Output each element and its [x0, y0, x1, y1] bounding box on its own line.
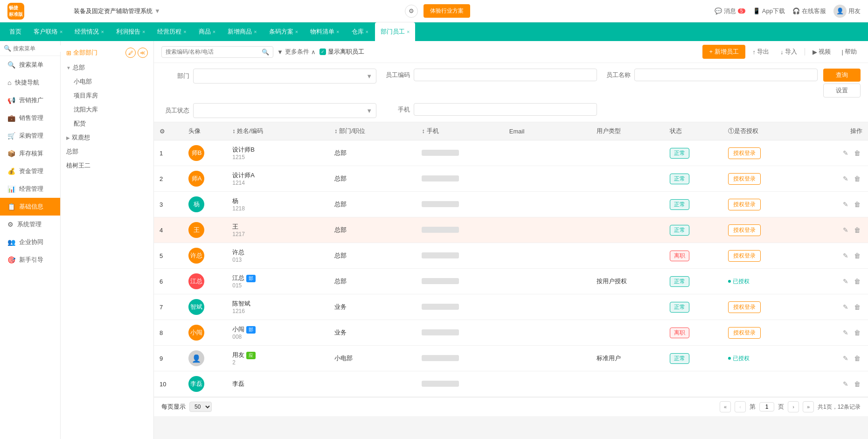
sidebar-item-系统管理[interactable]: ⚙系统管理 — [0, 216, 60, 233]
next-page-button[interactable]: › — [788, 401, 799, 412]
add-employee-button[interactable]: + 新增员工 — [702, 45, 745, 59]
help-button[interactable]: | 帮助 — [838, 46, 861, 58]
edit-button[interactable]: ✎ — [841, 277, 850, 286]
nav-tab-商品[interactable]: 商品× — [193, 22, 221, 41]
delete-button[interactable]: 🗑 — [852, 302, 862, 312]
gear-button[interactable]: ⚙ — [405, 5, 418, 18]
first-page-button[interactable]: « — [720, 401, 731, 412]
close-tab-icon[interactable]: × — [183, 29, 186, 35]
col-dept[interactable]: ↕ 部门/职位 — [329, 122, 416, 140]
sidebar-item-销售管理[interactable]: 💼销售管理 — [0, 109, 60, 127]
delete-button[interactable]: 🗑 — [852, 277, 862, 286]
dept-tree-item-小电部[interactable]: 小电部 — [61, 75, 153, 89]
export-button[interactable]: ↑ 导出 — [749, 46, 773, 58]
edit-button[interactable]: ✎ — [841, 328, 850, 337]
close-tab-icon[interactable]: × — [336, 29, 339, 35]
delete-button[interactable]: 🗑 — [852, 200, 862, 209]
col-name[interactable]: ↕ 姓名/编码 — [227, 122, 329, 140]
edit-button[interactable]: ✎ — [841, 148, 850, 158]
prev-page-button[interactable]: ‹ — [735, 401, 746, 412]
close-tab-icon[interactable]: × — [254, 29, 257, 35]
close-tab-icon[interactable]: × — [366, 29, 368, 35]
dept-tree-item-总部[interactable]: ▼总部 — [61, 61, 153, 75]
show-former-checkbox[interactable]: ✓ 显示离职员工 — [319, 48, 364, 56]
sidebar-search[interactable]: 🔍 — [0, 41, 60, 56]
nav-tab-物料清单[interactable]: 物料清单× — [305, 22, 345, 41]
sidebar-item-快捷导航[interactable]: ⌂快捷导航 — [0, 74, 60, 91]
message-button[interactable]: 💬 消息 5 — [715, 7, 745, 15]
dept-tree-item-配货[interactable]: 配货 — [61, 117, 153, 131]
sidebar-item-库存核算[interactable]: 📦库存核算 — [0, 145, 60, 162]
phone-input[interactable] — [414, 103, 597, 116]
sidebar-item-基础信息[interactable]: 📋基础信息 — [0, 198, 60, 216]
import-button[interactable]: ↓ 导入 — [777, 46, 801, 58]
page-size-select[interactable]: 50 — [189, 402, 212, 412]
edit-button[interactable]: ✎ — [841, 302, 850, 312]
auth-button[interactable]: 授权登录 — [728, 224, 761, 236]
sidebar-item-搜索菜单[interactable]: 🔍搜索菜单 — [0, 56, 60, 74]
col-phone[interactable]: ↕ 手机 — [416, 122, 503, 140]
trial-button[interactable]: 体验行业方案 — [424, 4, 470, 18]
edit-button[interactable]: ✎ — [841, 379, 850, 389]
edit-button[interactable]: ✎ — [841, 200, 850, 209]
sidebar-item-新手引导[interactable]: 🎯新手引导 — [0, 251, 60, 269]
dept-collapse-btn[interactable]: ≪ — [138, 48, 148, 58]
more-filter-button[interactable]: ▼ 更多条件 ∧ — [277, 48, 316, 56]
dept-tree-item-植树王二[interactable]: 植树王二 — [61, 159, 153, 173]
search-input-main[interactable] — [166, 49, 260, 55]
auth-button[interactable]: 授权登录 — [728, 250, 761, 262]
auth-button[interactable]: 授权登录 — [728, 173, 761, 185]
nav-tab-客户联络[interactable]: 客户联络× — [28, 22, 68, 41]
auth-button[interactable]: 授权登录 — [728, 199, 761, 210]
delete-button[interactable]: 🗑 — [852, 148, 862, 158]
delete-button[interactable]: 🗑 — [852, 328, 862, 337]
delete-button[interactable]: 🗑 — [852, 174, 862, 183]
nav-tab-经营情况[interactable]: 经营情况× — [69, 22, 109, 41]
nav-tab-新增商品[interactable]: 新增商品× — [222, 22, 262, 41]
dept-add-btn[interactable]: 🖉 — [125, 48, 136, 58]
edit-button[interactable]: ✎ — [841, 174, 850, 183]
dept-tree-item-双鹿想[interactable]: ▶双鹿想 — [61, 131, 153, 145]
dept-tree-item-项目库房[interactable]: 项目库房 — [61, 89, 153, 103]
last-page-button[interactable]: » — [803, 401, 814, 412]
status-select[interactable]: ▼ — [193, 103, 376, 118]
edit-button[interactable]: ✎ — [841, 225, 850, 235]
auth-button[interactable]: 授权登录 — [728, 301, 761, 313]
sidebar-item-营销推广[interactable]: 📢营销推广 — [0, 91, 60, 109]
dept-select[interactable]: ▼ — [193, 69, 376, 84]
dept-tree-item-沈阳大库[interactable]: 沈阳大库 — [61, 103, 153, 117]
set-button[interactable]: 设置 — [823, 84, 861, 98]
online-service-button[interactable]: 🎧 在线客服 — [792, 7, 826, 15]
all-dept-label[interactable]: ⊞ 全部部门 — [66, 49, 97, 57]
nav-tab-部门员工[interactable]: 部门员工× — [375, 22, 415, 41]
user-button[interactable]: 👤 用友 — [833, 5, 861, 18]
code-input[interactable] — [414, 69, 597, 81]
nav-tab-利润报告[interactable]: 利润报告× — [111, 22, 151, 41]
search-box[interactable]: 🔍 — [161, 46, 273, 58]
name-input[interactable] — [634, 69, 818, 81]
close-tab-icon[interactable]: × — [213, 29, 215, 35]
close-tab-icon[interactable]: × — [60, 29, 62, 35]
sidebar-item-经营管理[interactable]: 📊经营管理 — [0, 180, 60, 198]
col-settings[interactable]: ⚙ — [154, 122, 183, 140]
dept-tree-item-总部[interactable]: 总部 — [61, 145, 153, 159]
edit-button[interactable]: ✎ — [841, 354, 850, 363]
delete-button[interactable]: 🗑 — [852, 354, 862, 363]
close-tab-icon[interactable]: × — [295, 29, 298, 35]
delete-button[interactable]: 🗑 — [852, 379, 862, 389]
close-tab-icon[interactable]: × — [101, 29, 104, 35]
auth-button[interactable]: 授权登录 — [728, 327, 761, 339]
delete-button[interactable]: 🗑 — [852, 225, 862, 235]
sidebar-item-资金管理[interactable]: 💰资金管理 — [0, 162, 60, 180]
close-tab-icon[interactable]: × — [142, 29, 145, 35]
sidebar-item-采购管理[interactable]: 🛒采购管理 — [0, 127, 60, 145]
nav-tab-条码方案[interactable]: 条码方案× — [264, 22, 304, 41]
sidebar-item-企业协同[interactable]: 👥企业协同 — [0, 233, 60, 251]
close-tab-icon[interactable]: × — [407, 29, 410, 35]
nav-tab-首页[interactable]: 首页 — [4, 22, 27, 41]
nav-tab-经营历程[interactable]: 经营历程× — [152, 22, 192, 41]
page-input[interactable] — [759, 402, 774, 411]
auth-button[interactable]: 授权登录 — [728, 147, 761, 159]
app-download-button[interactable]: 📱 App下载 — [753, 7, 785, 15]
query-button[interactable]: 查询 — [823, 69, 861, 82]
